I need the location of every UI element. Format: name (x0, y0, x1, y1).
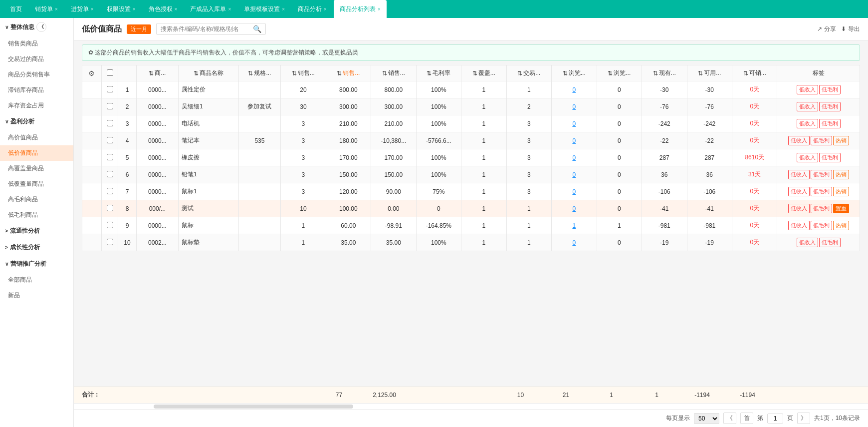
th-settings[interactable]: ⚙ (82, 65, 102, 81)
browse-link[interactable]: 0 (572, 171, 576, 178)
sidebar-section-liquidity[interactable]: > 流通性分析 (0, 223, 73, 239)
next-page-btn[interactable]: 》 (797, 413, 810, 424)
cell-check[interactable] (101, 234, 118, 251)
sidebar-item-high-value[interactable]: 高价值商品 (0, 130, 73, 145)
cell-name: 鼠标1 (179, 183, 239, 200)
nav-purchase-order[interactable]: 进货单 × (65, 0, 100, 18)
close-icon[interactable]: × (228, 6, 231, 12)
cell-check[interactable] (101, 200, 118, 217)
browse-link[interactable]: 0 (572, 239, 576, 246)
row-checkbox[interactable] (107, 103, 113, 109)
browse-link[interactable]: 1 (572, 222, 576, 229)
browse-link[interactable]: 0 (572, 120, 576, 127)
th-name[interactable]: ⇅商品名称 (179, 65, 239, 81)
export-button[interactable]: ⬇ 导出 (841, 25, 860, 33)
sidebar-section-growth[interactable]: > 成长性分析 (0, 239, 73, 256)
table-row: 7 0000... 鼠标1 3 120.00 90.00 75% 1 3 0 0… (82, 183, 860, 200)
nav-home[interactable]: 首页 (4, 0, 28, 18)
nav-sales-order[interactable]: 销货单 × (29, 0, 64, 18)
browse-link[interactable]: 0 (572, 205, 576, 212)
nav-permission[interactable]: 权限设置 × (101, 0, 142, 18)
browse-link[interactable]: 0 (572, 137, 576, 144)
sidebar-section-marketing[interactable]: ∨ 营销推广分析 (0, 256, 73, 272)
th-sellable[interactable]: ⇅可销... (732, 65, 777, 81)
sidebar-item-new-goods[interactable]: 新品 (0, 288, 73, 303)
sidebar-section-profit[interactable]: ∨ 盈利分析 (0, 113, 73, 130)
sidebar-item-high-margin[interactable]: 高毛利商品 (0, 192, 73, 207)
sidebar-section-overview[interactable]: ∨ 整体信息 《 (0, 18, 73, 36)
row-checkbox[interactable] (107, 205, 113, 211)
browse-link[interactable]: 0 (572, 86, 576, 93)
cell-check[interactable] (101, 81, 118, 98)
sidebar-item-stock-capital[interactable]: 库存资金占用 (0, 98, 73, 113)
cell-sale3: -10,380... (371, 132, 416, 149)
th-check[interactable] (101, 65, 118, 81)
nav-role-auth[interactable]: 角色授权 × (143, 0, 184, 18)
cell-num: 10 (118, 234, 136, 251)
nav-finished-goods[interactable]: 产成品入库单 × (184, 0, 237, 18)
sidebar-item-category-sales-rate[interactable]: 商品分类销售率 (0, 67, 73, 82)
cell-check[interactable] (101, 217, 118, 234)
cell-check[interactable] (101, 115, 118, 132)
close-icon[interactable]: × (378, 6, 381, 12)
sidebar-collapse-btn[interactable]: 《 (36, 22, 46, 32)
th-stock1[interactable]: ⇅现有... (642, 65, 687, 81)
cell-check[interactable] (101, 149, 118, 166)
sidebar-item-low-value[interactable]: 低价值商品 (0, 145, 73, 161)
th-sale2[interactable]: ⇅销售... (326, 65, 371, 81)
prev-page-btn[interactable]: 首 (740, 413, 753, 424)
row-checkbox[interactable] (107, 222, 113, 228)
row-checkbox[interactable] (107, 171, 113, 177)
sidebar-item-traded-goods[interactable]: 交易过的商品 (0, 51, 73, 67)
th-cover[interactable]: ⇅覆盖... (461, 65, 506, 81)
nav-goods-analysis[interactable]: 商品分析 × (292, 0, 333, 18)
close-icon[interactable]: × (91, 6, 94, 12)
cell-stock1: -76 (642, 98, 687, 115)
nav-goods-analysis-list[interactable]: 商品分析列表 × (334, 0, 387, 18)
th-trade[interactable]: ⇅交易... (506, 65, 551, 81)
close-icon[interactable]: × (324, 6, 327, 12)
nav-template-settings[interactable]: 单据模板设置 × (238, 0, 291, 18)
page-number-input[interactable] (767, 414, 783, 424)
th-browse1[interactable]: ⇅浏览... (552, 65, 597, 81)
sidebar-item-all-goods[interactable]: 全部商品 (0, 272, 73, 288)
browse-link[interactable]: 0 (572, 154, 576, 161)
th-sale1[interactable]: ⇅销售... (281, 65, 326, 81)
cell-sale3: 150.00 (371, 166, 416, 183)
check-all[interactable] (107, 69, 113, 76)
page-size-select[interactable]: 50 100 (694, 413, 719, 424)
row-checkbox[interactable] (107, 154, 113, 160)
close-icon[interactable]: × (55, 6, 58, 12)
th-gross[interactable]: ⇅毛利率 (416, 65, 461, 81)
cell-check[interactable] (101, 166, 118, 183)
th-browse2[interactable]: ⇅浏览... (597, 65, 642, 81)
close-icon[interactable]: × (175, 6, 178, 12)
search-input[interactable] (161, 25, 250, 32)
sidebar-item-slow-sales[interactable]: 滞销库存商品 (0, 82, 73, 98)
cell-check[interactable] (101, 132, 118, 149)
sidebar-item-low-margin[interactable]: 低毛利商品 (0, 207, 73, 223)
row-checkbox[interactable] (107, 239, 113, 245)
cell-check[interactable] (101, 183, 118, 200)
row-checkbox[interactable] (107, 137, 113, 143)
th-spec[interactable]: ⇅规格... (238, 65, 280, 81)
th-code[interactable]: ⇅商... (136, 65, 178, 81)
first-page-btn[interactable]: 《 (723, 413, 736, 424)
browse-link[interactable]: 0 (572, 103, 576, 110)
row-checkbox[interactable] (107, 86, 113, 92)
sidebar-item-low-coverage[interactable]: 低覆盖量商品 (0, 176, 73, 192)
search-icon[interactable]: 🔍 (253, 25, 261, 33)
row-checkbox[interactable] (107, 188, 113, 194)
browse-link[interactable]: 0 (572, 188, 576, 195)
row-checkbox[interactable] (107, 120, 113, 126)
share-button[interactable]: ↗ 分享 (817, 25, 836, 33)
th-avail[interactable]: ⇅可用... (687, 65, 732, 81)
time-filter-btn[interactable]: 近一月 (127, 24, 151, 34)
sidebar-item-sales-goods[interactable]: 销售类商品 (0, 36, 73, 51)
th-sale3[interactable]: ⇅销售... (371, 65, 416, 81)
cell-check[interactable] (101, 98, 118, 115)
close-icon[interactable]: × (133, 6, 136, 12)
close-icon[interactable]: × (282, 6, 285, 12)
gear-icon[interactable]: ⚙ (88, 69, 95, 77)
sidebar-item-high-coverage[interactable]: 高覆盖量商品 (0, 161, 73, 176)
